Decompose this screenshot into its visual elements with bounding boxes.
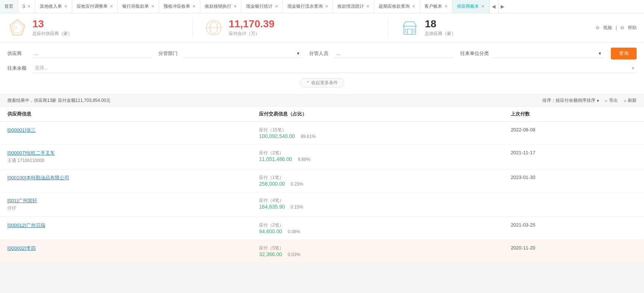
nav-tab-collection[interactable]: 收款核销执行 ✕ [200, 0, 242, 13]
nav-tab-home[interactable]: 首页 [0, 0, 18, 13]
svg-rect-9 [412, 29, 414, 32]
close-icon[interactable]: ✕ [481, 4, 484, 9]
nav-tab-3[interactable]: 3 ✕ [18, 0, 35, 13]
summary-total-suppliers: 18 总供应商（家） [400, 18, 585, 38]
close-icon[interactable]: ✕ [325, 4, 328, 9]
supplier-input[interactable] [32, 49, 151, 58]
export-button[interactable]: ○ 导出 [605, 97, 618, 104]
table-row: [000007]恒旺二手叉车 王通 17106110000 应付（2笔） 11,… [0, 145, 644, 169]
nav-next-arrow[interactable]: ▶ [498, 0, 507, 13]
balance-select[interactable]: 选择... ▾ [32, 63, 637, 73]
filter-supplier: 供应商 [7, 49, 151, 58]
dept-select[interactable]: ▾ [183, 49, 302, 58]
video-link[interactable]: 视频 [603, 25, 612, 31]
transaction-label: 应付（2笔） [259, 150, 511, 156]
transaction-amount: 11,051,486.00 [259, 156, 292, 162]
result-summary-text: 搜索结果中，供应商13家 应付金额111,703,854.00元 [7, 97, 111, 104]
close-icon[interactable]: ✕ [151, 4, 154, 9]
nav-tab-collection-label: 收款核销执行 [205, 3, 231, 10]
diamond-icon: ◇ [7, 18, 27, 38]
nav-tab-prepay[interactable]: 预收冲应收单 ✕ [159, 0, 200, 13]
chevron-down-icon: ▾ [297, 51, 300, 56]
total-suppliers-number: 18 [425, 18, 456, 30]
supplier-name-link[interactable]: [001]广州荣轩 [7, 197, 259, 204]
refresh-icon: ○ [624, 98, 626, 103]
nav-tab-other-income-label: 其他收入单 [40, 3, 62, 10]
supplier-sub-info: 王通 17106110000 [7, 158, 259, 164]
close-icon[interactable]: ✕ [192, 4, 196, 9]
nav-tab-cashbank-stat[interactable]: 现金银行统计 ✕ [242, 0, 283, 13]
nav-tab-cashbank-flow[interactable]: 现金银行流水查询 ✕ [283, 0, 333, 13]
close-icon[interactable]: ✕ [366, 4, 370, 9]
supplier-name-link[interactable]: [000100]本特勤油品有限公司 [7, 175, 259, 181]
refresh-button[interactable]: ○ 刷新 [624, 97, 637, 104]
transaction-pct: 0.23% [291, 182, 303, 187]
close-icon[interactable]: ✕ [444, 4, 448, 9]
nav-tab-bank-deposit[interactable]: 银行存取款单 ✕ [118, 0, 159, 13]
supplier-name-link[interactable]: [000007]恒旺二手叉车 [7, 150, 259, 156]
transaction-amount: 32,366.00 [259, 251, 282, 257]
dept-label: 分管部门 [158, 50, 181, 57]
table-row: [000002]李四 应付（5笔） 32,366.00 0.03% 2020-1… [0, 240, 644, 263]
svg-rect-6 [404, 26, 416, 34]
transaction-label: 应付（1笔） [259, 175, 511, 181]
supplier-name-link[interactable]: [000001]张三 [7, 127, 259, 134]
close-icon[interactable]: ✕ [275, 4, 278, 9]
supplier-name-link[interactable]: [000012]广州贝瑞 [7, 222, 259, 229]
payable-total-number: 11,170.39 [229, 18, 275, 30]
nav-tab-ar-ap-adjust-label: 应收应付调整单 [77, 3, 108, 10]
summary-payable-total: 11,170.39 应付合计（万） [204, 18, 389, 38]
supplier-label: 供应商 [7, 50, 29, 57]
close-icon[interactable]: ✕ [64, 4, 67, 9]
last-pay-col: 2020-11-20 [511, 245, 637, 251]
nav-tab-ar-ap-adjust[interactable]: 应收应付调整单 ✕ [72, 0, 118, 13]
nav-prev-arrow[interactable]: ◀ [489, 0, 498, 13]
chevron-down-icon: ▾ [597, 98, 599, 103]
sort-selector[interactable]: 排序：按应付余额倒序排序 ▾ [542, 97, 599, 104]
search-button[interactable]: 查询 [611, 48, 637, 59]
shop-icon [400, 18, 420, 38]
person-input[interactable] [334, 49, 453, 58]
help-link[interactable]: 帮助 [628, 25, 637, 31]
filter-dept: 分管部门 ▾ [158, 49, 302, 58]
export-icon: ○ [605, 98, 608, 103]
export-label: 导出 [609, 97, 618, 104]
nav-tab-supplier-ledger-label: 供应商账本 [457, 3, 479, 10]
transaction-amount: 94,600.00 [259, 228, 282, 234]
close-icon[interactable]: ✕ [110, 4, 113, 9]
collapse-button[interactable]: ⌃ 收起更多条件 [300, 78, 344, 87]
supplier-sub-info: 仔仔 [7, 205, 259, 211]
collapse-label: 收起更多条件 [311, 80, 338, 86]
nav-tab-collection-stat-label: 收款情况统计 [337, 3, 364, 10]
grain-icon [204, 18, 224, 38]
svg-rect-7 [407, 29, 412, 34]
top-right-links: ⊙ 视频 | ⊙ 帮助 [596, 25, 637, 31]
supplier-name-link[interactable]: [000002]李四 [7, 245, 259, 252]
transaction-col: 应付（2笔） 11,051,486.00 9.89% [259, 150, 511, 162]
nav-tab-other-income[interactable]: 其他收入单 ✕ [35, 0, 72, 13]
divider: | [616, 25, 617, 30]
collapse-bar: ⌃ 收起更多条件 [7, 77, 637, 90]
table-header: 供应商信息 应付交易信息（占比） 上次付数 [0, 107, 644, 122]
nav-tab-cashbank-flow-label: 现金银行流水查询 [287, 3, 323, 10]
video-icon: ⊙ [596, 25, 599, 30]
table-row: [000100]本特勤油品有限公司 应付（1笔） 258,000.00 0.23… [0, 169, 644, 192]
category-select[interactable]: ▾ [492, 49, 604, 58]
close-icon[interactable]: ✕ [412, 4, 415, 9]
supplier-info-col: [000100]本特勤油品有限公司 [7, 175, 259, 181]
transaction-amount: 258,000.00 [259, 181, 285, 187]
payable-total-label: 应付合计（万） [229, 31, 275, 37]
nav-tab-cashbank-stat-label: 现金银行统计 [246, 3, 273, 10]
close-icon[interactable]: ✕ [234, 4, 237, 9]
transaction-pct: 0.08% [288, 229, 300, 234]
last-pay-col: 2021-03-25 [511, 222, 637, 228]
total-suppliers-label: 总供应商（家） [425, 31, 456, 37]
nav-tab-overdue-query[interactable]: 超期应收款查询 ✕ [374, 0, 420, 13]
last-pay-col: 2023-01-30 [511, 175, 637, 180]
transaction-label: 应付（4笔） [259, 197, 511, 204]
nav-tab-collection-stat[interactable]: 收款情况统计 ✕ [333, 0, 374, 13]
transaction-pct: 0.15% [291, 204, 303, 210]
close-icon[interactable]: ✕ [27, 4, 31, 9]
nav-tab-supplier-ledger[interactable]: 供应商账本 ✕ [452, 0, 489, 13]
nav-tab-customer-ledger[interactable]: 客户账本 ✕ [420, 0, 452, 13]
